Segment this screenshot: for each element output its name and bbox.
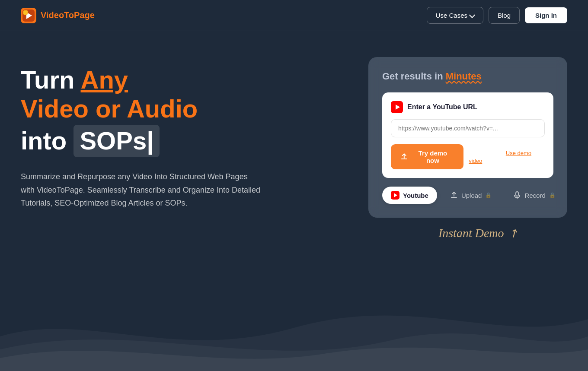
sops-box: SOPs| (74, 125, 160, 157)
try-demo-row: Try demo now 5 min free • Use demo video (391, 144, 545, 169)
navbar: VideoToPage Use Cases Blog Sign In (0, 0, 588, 31)
heading-line2: Video or Audio (21, 95, 263, 124)
upload-icon (400, 153, 408, 161)
signin-label: Sign In (535, 12, 557, 19)
try-demo-button[interactable]: Try demo now (391, 144, 463, 169)
url-section: Enter a YouTube URL Try demo now 5 min f… (382, 92, 553, 178)
heading-line3: into SOPs| (21, 125, 263, 157)
logo-icon (21, 8, 36, 23)
instant-demo-label: Instant Demo (438, 226, 504, 240)
use-cases-label: Use Cases (436, 12, 467, 19)
tab-record-label: Record (524, 192, 545, 199)
blog-label: Blog (498, 12, 511, 19)
hero-section: Turn Any Video or Audio into SOPs| Summa… (0, 31, 588, 218)
blog-button[interactable]: Blog (489, 7, 520, 24)
try-demo-label: Try demo now (412, 149, 454, 164)
tab-upload[interactable]: Upload 🔒 (441, 187, 501, 203)
main-card: Get results in Minutes Enter a YouTube U… (368, 57, 567, 218)
hero-heading: Turn Any Video or Audio into SOPs| (21, 66, 263, 157)
svg-rect-3 (23, 10, 28, 15)
nav-actions: Use Cases Blog Sign In (427, 7, 567, 24)
tab-youtube[interactable]: Youtube (382, 187, 437, 204)
heading-line1: Turn Any (21, 66, 263, 95)
card-title: Get results in Minutes (382, 71, 553, 82)
input-tabs: Youtube Upload 🔒 Record (382, 187, 553, 204)
url-label-row: Enter a YouTube URL (391, 101, 545, 113)
youtube-tab-icon (391, 191, 399, 200)
heading-any: Any (81, 66, 128, 94)
instant-demo-section: Instant Demo ↗ (0, 226, 588, 240)
upload-tab-icon (450, 191, 458, 199)
tab-record[interactable]: Record 🔒 (505, 187, 564, 203)
free-text-label: 5 min free • (469, 149, 504, 156)
arrow-icon: ↗ (507, 225, 522, 242)
record-lock-icon: 🔒 (549, 192, 556, 198)
upload-lock-icon: 🔒 (485, 192, 492, 198)
tab-upload-label: Upload (461, 192, 482, 199)
svg-rect-8 (516, 192, 518, 196)
microphone-icon (513, 191, 521, 199)
url-label: Enter a YouTube URL (407, 103, 477, 111)
logo: VideoToPage (21, 8, 95, 23)
wave-decoration (0, 285, 588, 371)
chevron-down-icon (469, 12, 475, 18)
use-cases-button[interactable]: Use Cases (427, 7, 483, 24)
youtube-url-input[interactable] (391, 119, 545, 137)
logo-text: VideoToPage (41, 10, 95, 20)
hero-description: Summarize and Repurpose any Video Into S… (21, 170, 263, 210)
free-text: 5 min free • Use demo video (469, 149, 545, 165)
tab-youtube-label: Youtube (403, 192, 428, 199)
youtube-icon (391, 101, 403, 113)
card-title-highlight: Minutes (446, 71, 482, 82)
hero-left: Turn Any Video or Audio into SOPs| Summa… (21, 57, 263, 210)
signin-button[interactable]: Sign In (525, 7, 567, 23)
card-title-start: Get results in (382, 71, 446, 82)
instant-demo-text-wrap: Instant Demo ↗ (438, 226, 519, 240)
